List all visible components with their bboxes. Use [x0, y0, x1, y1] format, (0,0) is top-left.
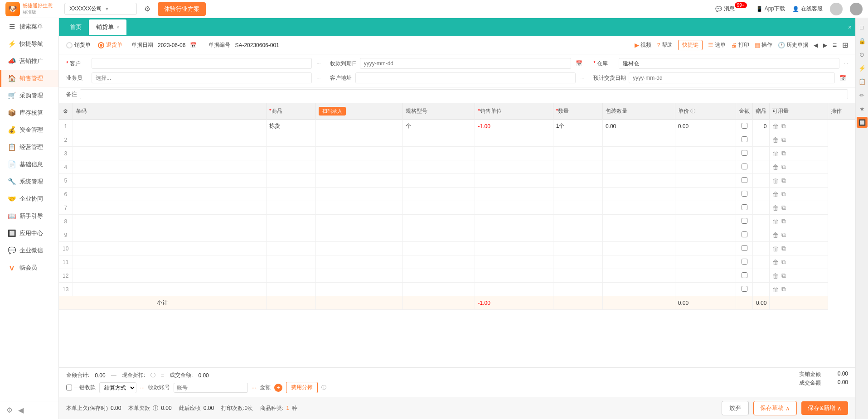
- customer-address-input[interactable]: [355, 72, 576, 83]
- expense-info-icon[interactable]: ⓘ: [321, 384, 326, 391]
- cell-unit-price[interactable]: [602, 147, 675, 160]
- cell-amount[interactable]: [675, 269, 736, 283]
- discount-info-icon[interactable]: ⓘ: [150, 372, 155, 379]
- cell-barcode[interactable]: [73, 269, 266, 283]
- gift-checkbox[interactable]: [742, 136, 747, 142]
- delete-icon[interactable]: 🗑: [772, 231, 779, 239]
- cell-barcode[interactable]: [73, 283, 266, 296]
- gift-checkbox[interactable]: [742, 231, 747, 237]
- cell-quantity[interactable]: [475, 147, 553, 160]
- cell-amount[interactable]: [675, 242, 736, 255]
- cell-gift[interactable]: [736, 255, 753, 269]
- copy-icon[interactable]: ⧉: [781, 231, 786, 239]
- cell-product[interactable]: [266, 255, 315, 269]
- scan-button[interactable]: 扫码录入: [319, 107, 346, 116]
- cell-product[interactable]: [266, 174, 315, 188]
- cell-amount[interactable]: [675, 188, 736, 201]
- sidebar-item-sales[interactable]: 🏠 销售管理: [0, 70, 58, 87]
- cell-pkg-qty[interactable]: [553, 269, 602, 283]
- sidebar-item-newbie[interactable]: 📖 新手引导: [0, 207, 58, 225]
- delete-icon[interactable]: 🗑: [772, 123, 779, 130]
- cell-spec[interactable]: [316, 133, 402, 147]
- copy-icon[interactable]: ⧉: [781, 204, 786, 212]
- cell-quantity[interactable]: [475, 228, 553, 242]
- delivery-calendar-icon[interactable]: 📅: [838, 74, 848, 82]
- discard-button[interactable]: 放弃: [722, 401, 749, 415]
- gift-checkbox[interactable]: [742, 245, 747, 251]
- sidebar-item-purchase[interactable]: 🛒 采购管理: [0, 87, 58, 104]
- delete-icon[interactable]: 🗑: [772, 177, 779, 184]
- salesperson-more-icon[interactable]: ···: [316, 75, 320, 81]
- cell-unit-price[interactable]: [602, 242, 675, 255]
- cell-barcode[interactable]: [73, 147, 266, 160]
- view-list-btn[interactable]: ≡: [833, 41, 837, 49]
- sidebar-item-member[interactable]: V 畅会员: [0, 259, 58, 276]
- cell-pkg-qty[interactable]: [553, 283, 602, 296]
- sidebar-item-system[interactable]: 🔧 系统管理: [0, 173, 58, 190]
- cell-spec[interactable]: [316, 147, 402, 160]
- cell-barcode[interactable]: [73, 133, 266, 147]
- cell-gift[interactable]: [736, 188, 753, 201]
- one-click-pay-checkbox[interactable]: 一键收款: [66, 384, 96, 391]
- cell-spec[interactable]: [316, 215, 402, 228]
- cell-pkg-qty[interactable]: [553, 174, 602, 188]
- add-button[interactable]: +: [274, 384, 282, 392]
- cell-barcode[interactable]: [73, 174, 266, 188]
- cell-unit[interactable]: 个: [402, 120, 475, 133]
- sidebar-collapse-btn[interactable]: ◀: [18, 406, 24, 414]
- cell-product[interactable]: [266, 228, 315, 242]
- note-input[interactable]: [80, 89, 848, 99]
- cell-unit-price[interactable]: [602, 269, 675, 283]
- cell-pkg-qty[interactable]: [553, 201, 602, 215]
- customer-input[interactable]: [92, 58, 312, 69]
- cell-product[interactable]: 拣货: [266, 120, 315, 133]
- copy-icon[interactable]: ⧉: [781, 177, 786, 184]
- cell-spec[interactable]: [316, 228, 402, 242]
- sidebar-item-quick-nav[interactable]: ⚡ 快捷导航: [0, 35, 58, 53]
- copy-icon[interactable]: ⧉: [781, 272, 786, 279]
- gift-checkbox[interactable]: [742, 272, 747, 278]
- float-btn-2[interactable]: 🔒: [857, 35, 868, 46]
- cell-quantity[interactable]: [475, 269, 553, 283]
- app-download-button[interactable]: 📱 App下载: [756, 5, 785, 13]
- copy-icon[interactable]: ⧉: [781, 136, 786, 144]
- cell-unit[interactable]: [402, 215, 475, 228]
- expected-delivery-input[interactable]: [629, 72, 835, 83]
- copy-icon[interactable]: ⧉: [781, 163, 786, 171]
- cell-gift[interactable]: [736, 269, 753, 283]
- cell-amount[interactable]: [675, 160, 736, 174]
- cell-unit[interactable]: [402, 269, 475, 283]
- cell-gift[interactable]: [736, 133, 753, 147]
- close-icon[interactable]: ×: [116, 24, 119, 30]
- gift-checkbox[interactable]: [742, 286, 747, 292]
- sidebar-item-inventory[interactable]: 📦 库存核算: [0, 104, 58, 121]
- cell-unit-price[interactable]: [602, 255, 675, 269]
- float-btn-3[interactable]: ⊙: [857, 49, 868, 60]
- cell-product[interactable]: [266, 133, 315, 147]
- cell-spec[interactable]: [316, 201, 402, 215]
- copy-icon[interactable]: ⧉: [781, 122, 786, 130]
- cell-amount[interactable]: [675, 133, 736, 147]
- copy-icon[interactable]: ⧉: [781, 285, 786, 293]
- cell-barcode[interactable]: [73, 215, 266, 228]
- radio-sales-order[interactable]: 销货单: [66, 41, 91, 49]
- cell-quantity[interactable]: [475, 215, 553, 228]
- online-service-button[interactable]: 👤 在线客服: [792, 5, 823, 13]
- avatar-2[interactable]: [850, 3, 863, 15]
- nav-right-btn[interactable]: ▶: [823, 42, 827, 48]
- cell-unit[interactable]: [402, 147, 475, 160]
- gift-checkbox[interactable]: [742, 164, 747, 169]
- cell-pkg-qty[interactable]: [553, 160, 602, 174]
- cell-unit[interactable]: [402, 283, 475, 296]
- copy-icon[interactable]: ⧉: [781, 245, 786, 252]
- cell-product[interactable]: [266, 147, 315, 160]
- payment-calendar-icon[interactable]: 📅: [574, 59, 584, 67]
- sidebar-item-search[interactable]: ☰ 搜索菜单: [0, 18, 58, 35]
- cell-unit[interactable]: [402, 201, 475, 215]
- gift-checkbox[interactable]: [742, 259, 747, 265]
- cell-spec[interactable]: [316, 174, 402, 188]
- gift-checkbox[interactable]: [742, 204, 747, 210]
- cell-unit[interactable]: [402, 188, 475, 201]
- print-btn[interactable]: 🖨 打印: [731, 41, 749, 49]
- delete-icon[interactable]: 🗑: [772, 150, 779, 157]
